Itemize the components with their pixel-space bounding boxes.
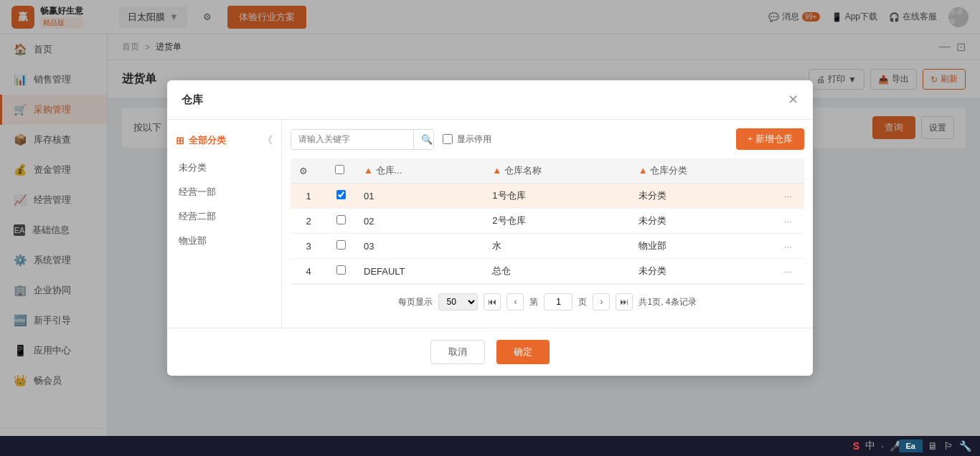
modal-overlay[interactable]: 仓库 ✕ ⊞ 全部分类 《 未分类 经营一部 经营二部 物业部 xyxy=(0,0,980,456)
collapse-icon[interactable]: 《 xyxy=(263,134,273,147)
th-name: ▲ 仓库名称 xyxy=(484,158,629,184)
page-suffix: 页 xyxy=(578,296,587,308)
status-dot-icon[interactable]: · xyxy=(881,440,884,452)
table-body: 1 01 1号仓库 未分类 ··· 2 02 2号仓库 未分类 ··· 3 03… xyxy=(291,184,804,284)
sort-icon-name: ▲ xyxy=(492,165,501,176)
per-page-label: 每页显示 xyxy=(398,296,433,308)
new-warehouse-button[interactable]: + 新增仓库 xyxy=(736,128,804,150)
row-category: 未分类 xyxy=(630,259,776,284)
ea-badge: Ea xyxy=(899,440,923,452)
category-panel: ⊞ 全部分类 《 未分类 经营一部 经营二部 物业部 xyxy=(167,120,282,328)
row-checkbox-cell[interactable] xyxy=(326,234,355,259)
row-checkbox-cell[interactable] xyxy=(326,184,355,209)
sort-icon-cat: ▲ xyxy=(639,165,648,176)
more-icon[interactable]: ··· xyxy=(784,266,792,277)
row-code: 03 xyxy=(355,234,484,259)
table-row[interactable]: 4 DEFAULT 总仓 未分类 ··· xyxy=(291,259,804,284)
page-prefix: 第 xyxy=(529,296,538,308)
row-category: 未分类 xyxy=(630,209,776,234)
tool-icon[interactable]: 🔧 xyxy=(959,440,971,452)
th-category: ▲ 仓库分类 xyxy=(630,158,776,184)
search-icon-button[interactable]: 🔍 xyxy=(413,130,434,149)
row-checkbox[interactable] xyxy=(336,190,346,199)
row-checkbox[interactable] xyxy=(336,240,346,250)
pagination: 每页显示 50 10 20 100 ⏮ ‹ 第 页 › ⏭ 共1页, 4条记录 xyxy=(291,284,804,319)
row-checkbox-cell[interactable] xyxy=(326,259,355,284)
row-code: 01 xyxy=(355,184,484,209)
sort-icon: ▲ xyxy=(364,165,373,176)
all-categories[interactable]: ⊞ 全部分类 xyxy=(176,134,226,147)
row-checkbox[interactable] xyxy=(336,265,346,275)
modal-header: 仓库 ✕ xyxy=(167,80,813,120)
first-page-button[interactable]: ⏮ xyxy=(484,293,501,310)
search-box: 🔍 xyxy=(291,129,434,150)
th-actions xyxy=(776,158,804,184)
modal-footer: 取消 确定 xyxy=(167,328,813,376)
toolbar-left: 🔍 显示停用 xyxy=(291,129,491,150)
row-code: DEFAULT xyxy=(355,259,484,284)
row-code: 02 xyxy=(355,209,484,234)
table-header: ⚙ ▲ 仓库... ▲ 仓库名称 xyxy=(291,158,804,184)
last-page-button[interactable]: ⏭ xyxy=(616,293,633,310)
table-row[interactable]: 3 03 水 物业部 ··· xyxy=(291,234,804,259)
category-item-unclassified[interactable]: 未分类 xyxy=(167,156,281,180)
category-item-property[interactable]: 物业部 xyxy=(167,229,281,253)
row-name: 2号仓库 xyxy=(484,209,629,234)
modal-title: 仓库 xyxy=(182,93,203,107)
row-category: 未分类 xyxy=(630,184,776,209)
row-more[interactable]: ··· xyxy=(776,184,804,209)
monitor-icon[interactable]: 🖥 xyxy=(928,440,938,452)
table-toolbar: 🔍 显示停用 + 新增仓库 xyxy=(291,128,804,150)
row-more[interactable]: ··· xyxy=(776,259,804,284)
th-code: ▲ 仓库... xyxy=(355,158,484,184)
row-name: 1号仓库 xyxy=(484,184,629,209)
grid-icon: ⊞ xyxy=(176,135,184,146)
row-num: 3 xyxy=(291,234,326,259)
confirm-button[interactable]: 确定 xyxy=(496,340,550,364)
search-input[interactable] xyxy=(291,130,413,148)
row-num: 4 xyxy=(291,259,326,284)
show-disabled-checkbox[interactable] xyxy=(443,134,453,144)
more-icon[interactable]: ··· xyxy=(784,241,792,252)
next-page-button[interactable]: › xyxy=(593,293,610,310)
more-icon[interactable]: ··· xyxy=(784,216,792,227)
row-more[interactable]: ··· xyxy=(776,209,804,234)
row-category: 物业部 xyxy=(630,234,776,259)
flag-icon[interactable]: 🏳 xyxy=(943,440,953,452)
more-icon[interactable]: ··· xyxy=(784,191,792,201)
category-item-dept1[interactable]: 经营一部 xyxy=(167,180,281,204)
th-checkbox xyxy=(326,158,355,184)
warehouse-modal: 仓库 ✕ ⊞ 全部分类 《 未分类 经营一部 经营二部 物业部 xyxy=(167,80,813,376)
table-wrapper: ⚙ ▲ 仓库... ▲ 仓库名称 xyxy=(291,158,804,284)
status-cn-icon[interactable]: 中 xyxy=(865,440,875,452)
row-checkbox-cell[interactable] xyxy=(326,209,355,234)
show-disabled-label[interactable]: 显示停用 xyxy=(443,133,491,146)
row-checkbox[interactable] xyxy=(336,215,346,224)
th-gear: ⚙ xyxy=(291,158,326,184)
table-panel: 🔍 显示停用 + 新增仓库 ⚙ xyxy=(282,120,813,328)
warehouse-table: ⚙ ▲ 仓库... ▲ 仓库名称 xyxy=(291,158,804,284)
modal-body: ⊞ 全部分类 《 未分类 经营一部 经营二部 物业部 🔍 xyxy=(167,120,813,328)
row-more[interactable]: ··· xyxy=(776,234,804,259)
page-number-input[interactable] xyxy=(544,293,573,310)
cancel-button[interactable]: 取消 xyxy=(430,340,485,364)
table-row[interactable]: 2 02 2号仓库 未分类 ··· xyxy=(291,209,804,234)
category-header: ⊞ 全部分类 《 xyxy=(167,128,281,153)
modal-close-button[interactable]: ✕ xyxy=(788,92,798,108)
table-row[interactable]: 1 01 1号仓库 未分类 ··· xyxy=(291,184,804,209)
category-item-dept2[interactable]: 经营二部 xyxy=(167,204,281,229)
row-name: 水 xyxy=(484,234,629,259)
status-s-icon[interactable]: S xyxy=(853,440,859,452)
statusbar: Ea S 中 · 🎤 ⌨ 🖥 🏳 🔧 xyxy=(0,436,980,456)
row-name: 总仓 xyxy=(484,259,629,284)
row-num: 2 xyxy=(291,209,326,234)
select-all-checkbox[interactable] xyxy=(335,165,344,174)
row-num: 1 xyxy=(291,184,326,209)
prev-page-button[interactable]: ‹ xyxy=(507,293,524,310)
page-size-select[interactable]: 50 10 20 100 xyxy=(438,293,478,310)
total-records: 共1页, 4条记录 xyxy=(639,296,696,308)
